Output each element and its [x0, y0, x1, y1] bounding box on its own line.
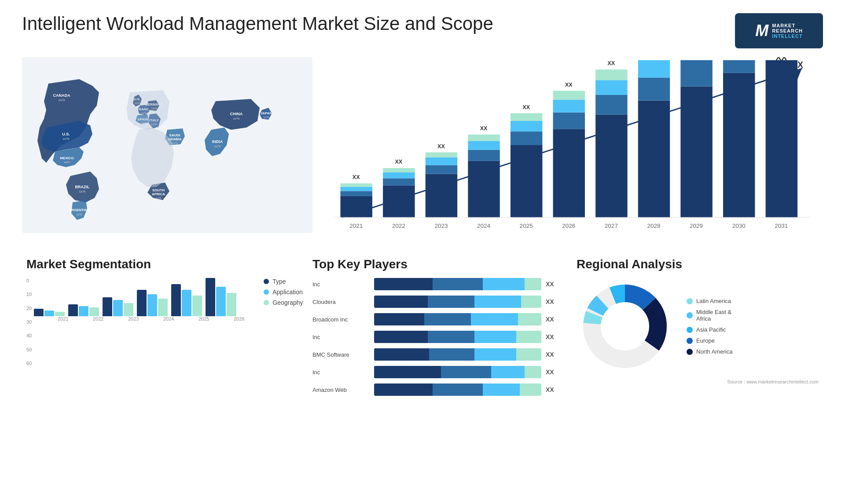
seg-bar-type	[137, 290, 147, 316]
legend-dot-app	[264, 289, 269, 295]
svg-rect-80	[638, 60, 670, 78]
seg-bar-geo	[89, 307, 99, 316]
seg-bar-app	[79, 306, 88, 316]
header: Intelligent Workload Management Market S…	[22, 13, 823, 48]
svg-text:2027: 2027	[605, 223, 618, 229]
seg-group-2026	[206, 278, 236, 316]
growth-bar-chart: XX 2021 XX 2022 XX	[321, 57, 823, 233]
regional-title: Regional Analysis	[577, 257, 819, 271]
svg-rect-79	[638, 77, 670, 100]
legend-latin-america: Latin America	[687, 298, 732, 304]
svg-rect-36	[340, 196, 372, 217]
svg-text:2023: 2023	[434, 223, 448, 229]
player-name-6: Amazon Web	[312, 387, 370, 393]
svg-text:xx%: xx%	[64, 161, 70, 164]
player-name-4: BMC Software	[312, 351, 370, 358]
svg-rect-67	[553, 113, 585, 129]
legend-dot-type	[264, 279, 269, 284]
svg-text:CHINA: CHINA	[230, 112, 243, 116]
svg-rect-43	[383, 178, 415, 185]
svg-text:XX: XX	[395, 159, 402, 165]
svg-rect-74	[595, 80, 627, 95]
legend-label-europe: Europe	[696, 337, 715, 344]
svg-rect-48	[426, 174, 457, 218]
player-bar-seg4	[516, 331, 541, 343]
seg-bar-geo	[227, 293, 236, 316]
svg-text:INDIA: INDIA	[212, 139, 223, 144]
svg-rect-49	[426, 165, 457, 174]
svg-text:xx%: xx%	[263, 116, 269, 119]
logo-line3: INTELLECT	[772, 33, 803, 39]
legend-application: Application	[264, 289, 303, 296]
donut-chart-svg	[577, 278, 673, 375]
legend-label-geo: Geography	[272, 299, 303, 306]
logo-box: M MARKET RESEARCH INTELLECT	[735, 13, 823, 48]
svg-point-98	[603, 304, 647, 348]
player-xx-1: XX	[546, 298, 559, 305]
player-name-3: Inc	[312, 334, 370, 340]
svg-rect-56	[468, 141, 500, 150]
player-bar-3	[374, 331, 541, 343]
player-bar-0	[374, 278, 541, 290]
seg-bar-app	[147, 294, 157, 316]
player-row-3: Inc XX	[312, 331, 559, 343]
seg-group-2023	[103, 297, 133, 316]
player-bar-2	[374, 313, 541, 325]
svg-rect-57	[468, 135, 500, 141]
seg-legend: Type Application Geography	[264, 278, 303, 306]
seg-bar-geo	[124, 303, 133, 316]
svg-text:xx%: xx%	[233, 117, 239, 121]
player-bar-seg3	[474, 331, 516, 343]
svg-text:xx%: xx%	[79, 190, 85, 194]
player-row-1: Cloudera XX	[312, 296, 559, 308]
legend-europe: Europe	[687, 337, 732, 344]
seg-group-2021	[34, 309, 65, 316]
svg-text:XX: XX	[775, 57, 787, 62]
regional-legend: Latin America Middle East &Africa Asia P…	[687, 298, 732, 355]
player-bar-seg1	[374, 348, 429, 361]
svg-text:ARGENTINA: ARGENTINA	[69, 208, 90, 212]
page-container: Intelligent Workload Management Market S…	[0, 0, 845, 504]
legend-geography: Geography	[264, 299, 303, 306]
svg-text:AFRICA: AFRICA	[152, 192, 165, 196]
svg-rect-60	[511, 145, 542, 217]
svg-rect-62	[511, 121, 542, 131]
svg-rect-73	[595, 95, 627, 114]
player-bar-seg1	[374, 278, 433, 290]
svg-rect-68	[553, 100, 585, 113]
svg-text:U.S.: U.S.	[62, 132, 70, 136]
player-bar-4	[374, 348, 541, 361]
player-bar-seg2	[424, 313, 471, 325]
svg-rect-63	[511, 113, 542, 121]
player-row-0: Inc XX	[312, 278, 559, 290]
player-name-0: Inc	[312, 281, 370, 288]
player-bar-seg3	[483, 383, 520, 396]
svg-text:xx%: xx%	[62, 137, 69, 141]
svg-text:xx%: xx%	[172, 142, 177, 145]
seg-chart	[34, 278, 255, 316]
player-bar-seg2	[441, 366, 491, 378]
svg-text:xx%: xx%	[155, 197, 161, 200]
player-bar-seg4	[521, 296, 541, 308]
seg-bar-type	[103, 297, 112, 316]
player-xx-5: XX	[546, 369, 559, 376]
svg-rect-42	[383, 186, 415, 217]
player-bar-seg3	[474, 348, 516, 361]
seg-bar-app	[182, 290, 191, 316]
bottom-row: Market Segmentation 60 50 40 30 20 10 0	[22, 253, 823, 405]
player-xx-4: XX	[546, 351, 559, 358]
svg-text:SAUDI: SAUDI	[169, 133, 180, 137]
seg-bar-type	[68, 304, 78, 316]
legend-dot-apac	[687, 327, 693, 333]
logo-letter: M	[755, 22, 768, 40]
player-bar-seg2	[428, 331, 474, 343]
svg-text:2031: 2031	[775, 223, 788, 229]
player-row-2: Broadcom Inc XX	[312, 313, 559, 325]
player-bar-seg1	[374, 331, 428, 343]
player-bar-seg1	[374, 383, 433, 396]
svg-rect-45	[383, 168, 415, 172]
svg-text:XX: XX	[522, 104, 530, 110]
segmentation-section: Market Segmentation 60 50 40 30 20 10 0	[22, 253, 299, 405]
legend-dot-geo	[264, 300, 269, 305]
player-bar-seg2	[428, 296, 474, 308]
